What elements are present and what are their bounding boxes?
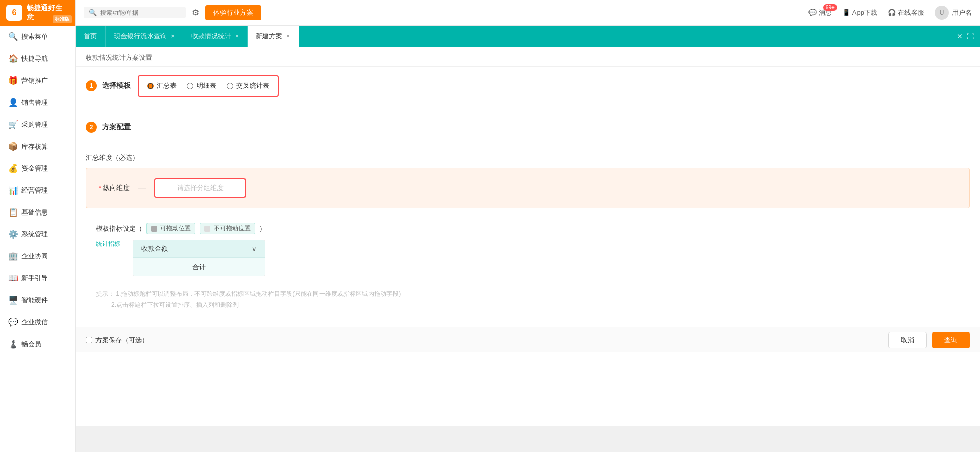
metrics-section: 模板指标设定（ 可拖动位置 不可拖动位置 ） 统计指标 (86, 219, 970, 280)
search-menu-icon: 🔍 (8, 32, 17, 41)
sidebar-item-label: 新手引导 (21, 274, 48, 283)
tab-new-plan-close[interactable]: × (286, 33, 290, 40)
dimension-select-button[interactable]: 请选择分组维度 (154, 178, 246, 198)
message-icon: 💬 (808, 9, 817, 16)
query-button[interactable]: 查询 (932, 332, 970, 348)
sidebar-nav: 🔍 搜索菜单 🏠 快捷导航 🎁 营销推广 👤 销售管理 🛒 采购管理 📦 库存核… (0, 26, 75, 452)
gift-icon: 🎁 (8, 76, 17, 85)
vertical-label-text: 纵向维度 (103, 183, 130, 193)
radio-cross-label: 交叉统计表 (236, 81, 270, 90)
save-label: 方案保存（可选） (95, 336, 149, 345)
sidebar-item-wechat[interactable]: 💬 企业微信 (0, 311, 75, 333)
sidebar-item-quick-nav[interactable]: 🏠 快捷导航 (0, 47, 75, 69)
tabbar-controls: ✕ ⛶ (957, 32, 980, 40)
sidebar-item-enterprise[interactable]: 🏢 企业协同 (0, 245, 75, 267)
radio-detail-input[interactable] (187, 83, 193, 89)
sidebar-item-label: 畅会员 (21, 340, 41, 349)
sidebar-item-label: 销售管理 (21, 98, 48, 107)
home-icon: 🏠 (8, 54, 17, 63)
col-header-label: 收款金额 (141, 244, 168, 253)
metrics-table-header: 收款金额 ∨ (133, 240, 265, 258)
tip1-text: 1.拖动标题栏可以调整布局，不可跨维度或指标区域拖动栏目字段(只能在同一维度或指… (116, 290, 401, 297)
radio-summary[interactable]: 汇总表 (147, 81, 177, 90)
online-service[interactable]: 🎧 在线客服 (888, 8, 924, 17)
tab-new-plan-label: 新建方案 (256, 32, 282, 41)
metrics-label-start: 模板指标设定（ (96, 224, 142, 233)
step2-row: 2 方案配置 (86, 122, 970, 133)
app-download[interactable]: 📱 App下载 (842, 8, 877, 17)
radio-summary-input[interactable] (147, 83, 154, 89)
sidebar-item-basic[interactable]: 📋 基础信息 (0, 201, 75, 223)
tab-bank-flow[interactable]: 现金银行流水查询 × (106, 26, 183, 47)
box-icon: 📦 (8, 141, 17, 151)
sidebar-item-inventory[interactable]: 📦 库存核算 (0, 135, 75, 157)
radio-detail-label: 明细表 (197, 81, 216, 90)
sidebar-item-label: 快捷导航 (21, 54, 48, 63)
radio-detail[interactable]: 明细表 (187, 81, 216, 90)
message-badge[interactable]: 💬 消息 99+ (808, 8, 832, 17)
save-option[interactable]: 方案保存（可选） (86, 336, 149, 345)
cart-icon: 🛒 (8, 120, 17, 129)
page-content: 收款情况统计方案设置 1 选择模板 汇总表 (76, 47, 980, 426)
row-total-label: 合计 (192, 263, 206, 271)
tab-home[interactable]: 首页 (76, 26, 106, 47)
template-radio-group: 汇总表 明细表 交叉统计表 (147, 81, 270, 90)
required-mark: * (99, 184, 101, 192)
cancel-button[interactable]: 取消 (888, 332, 927, 348)
tip2-text: 2.点击标题栏下拉可设置排序、插入列和删除列 (96, 301, 239, 308)
sidebar-item-label: 基础信息 (21, 208, 48, 217)
tab-receipt-stat[interactable]: 收款情况统计 × (183, 26, 248, 47)
building-icon: 🏢 (8, 251, 17, 261)
person-icon: 👤 (8, 98, 17, 107)
sidebar-item-label: 库存核算 (21, 142, 48, 151)
metrics-row-total: 合计 (133, 258, 265, 276)
search-input[interactable] (100, 9, 172, 16)
non-draggable-tag: 不可拖动位置 (200, 223, 255, 234)
sidebar-item-member[interactable]: ♟️ 畅会员 (0, 333, 75, 355)
tab-receipt-stat-close[interactable]: × (235, 33, 239, 40)
search-box[interactable]: 🔍 (84, 7, 186, 18)
sidebar-item-marketing[interactable]: 🎁 营销推广 (0, 69, 75, 91)
sidebar-item-system[interactable]: ⚙️ 系统管理 (0, 223, 75, 245)
tab-maximize-icon[interactable]: ⛶ (967, 32, 974, 40)
sidebar-item-purchase[interactable]: 🛒 采购管理 (0, 113, 75, 135)
content-area: 收款情况统计方案设置 1 选择模板 汇总表 (76, 47, 980, 452)
tab-new-plan[interactable]: 新建方案 × (248, 26, 299, 47)
sidebar-item-sales[interactable]: 👤 销售管理 (0, 91, 75, 113)
vertical-dimension-label: * 纵向维度 (99, 183, 130, 193)
metrics-label-end: ） (259, 224, 266, 233)
clipboard-icon: 📋 (8, 207, 17, 217)
trial-button[interactable]: 体验行业方案 (205, 5, 261, 20)
sidebar-item-label: 采购管理 (21, 120, 48, 129)
sidebar-item-finance[interactable]: 💰 资金管理 (0, 157, 75, 179)
sidebar-item-operation[interactable]: 📊 经营管理 (0, 179, 75, 201)
radio-cross-input[interactable] (227, 83, 233, 89)
metrics-category-label: 统计指标 (96, 240, 120, 276)
sidebar-logo: 6 畅捷通好生意 标准版 (0, 0, 75, 26)
sidebar-item-label: 企业协同 (21, 252, 48, 261)
logo-icon: 6 (6, 5, 22, 21)
settings-icon[interactable]: ⚙ (192, 8, 199, 17)
save-checkbox[interactable] (86, 337, 92, 343)
col-chevron-icon[interactable]: ∨ (252, 245, 257, 253)
radio-cross[interactable]: 交叉统计表 (227, 81, 270, 90)
tab-close-all-icon[interactable]: ✕ (957, 32, 963, 40)
sidebar-item-label: 经营管理 (21, 186, 48, 195)
tab-bank-flow-close[interactable]: × (171, 33, 175, 40)
sidebar-item-guide[interactable]: 📖 新手引导 (0, 267, 75, 289)
user-area[interactable]: U 用户名 (935, 6, 972, 20)
member-icon: ♟️ (8, 339, 17, 349)
metrics-header-row: 收款金额 ∨ (141, 244, 257, 253)
search-icon: 🔍 (89, 9, 97, 16)
sidebar-item-smart-hw[interactable]: 🖥️ 智能硬件 (0, 289, 75, 311)
dimension-select-placeholder: 请选择分组维度 (177, 184, 224, 192)
step1-title: 选择模板 (102, 81, 131, 90)
metrics-layout: 统计指标 收款金额 ∨ 合计 (96, 240, 960, 276)
tips-section: 提示： 1.拖动标题栏可以调整布局，不可跨维度或指标区域拖动栏目字段(只能在同一… (86, 280, 970, 319)
page-header: 收款情况统计方案设置 (76, 47, 980, 67)
step2-section: 2 方案配置 (76, 113, 980, 149)
dimension-config: 汇总维度（必选） * 纵向维度 — 请选择分组维度 模板指标设定（ (76, 149, 980, 327)
chart-icon: 📊 (8, 185, 17, 195)
online-service-label: 在线客服 (898, 8, 924, 17)
sidebar-item-search-menu[interactable]: 🔍 搜索菜单 (0, 26, 75, 47)
